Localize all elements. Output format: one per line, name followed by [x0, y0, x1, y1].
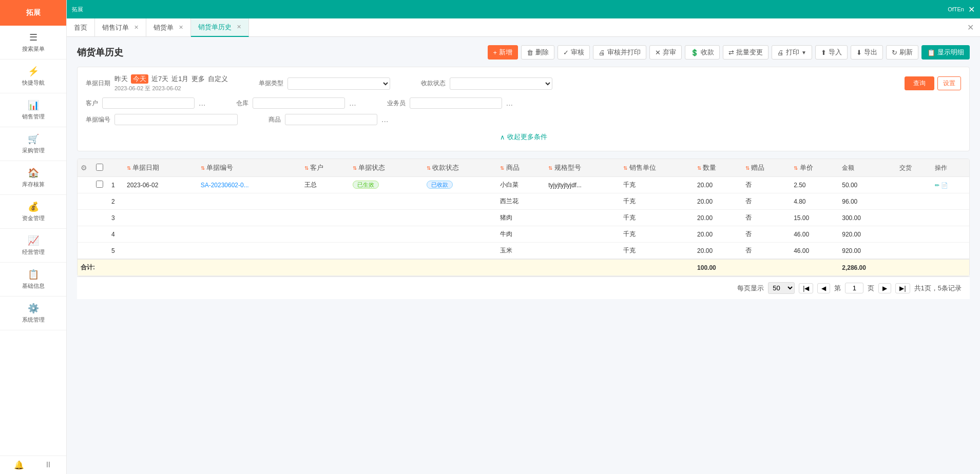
import-button[interactable]: ⬆ 导入 [815, 45, 848, 60]
row-actions[interactable] [932, 243, 969, 260]
finance-icon: 💰 [28, 201, 39, 212]
filter-customer-input[interactable] [102, 97, 195, 109]
per-page-select[interactable]: 50 100 200 [768, 282, 795, 294]
tab-sales-order-close[interactable]: ✕ [134, 24, 139, 31]
top-header-label: 拓展 [72, 6, 83, 13]
shortcut-today[interactable]: 今天 [131, 74, 148, 84]
export-button[interactable]: ⬇ 导出 [851, 45, 883, 60]
tab-home[interactable]: 首页 [67, 18, 95, 37]
filter-product-dots[interactable]: ... [381, 115, 388, 124]
row-checkbox[interactable] [93, 193, 108, 210]
select-all-checkbox[interactable] [96, 164, 103, 171]
row-docstatus [350, 243, 424, 260]
add-button[interactable]: + 新增 [488, 45, 518, 60]
sidebar-item-quick-nav[interactable]: ⚡ 快捷导航 [0, 60, 66, 93]
sidebar-footer-icon2[interactable]: ⏸ [44, 460, 52, 470]
filter-collapse[interactable]: ∧ 收起更多条件 [86, 130, 961, 144]
tab-bar-close-all[interactable]: ✕ [961, 23, 980, 32]
filter-collect-status-select[interactable] [450, 77, 552, 90]
export-icon: ⬇ [856, 49, 862, 56]
abandon-button[interactable]: ✕ 弃审 [649, 45, 682, 60]
filter-product-input[interactable] [285, 114, 377, 125]
tab-delivery[interactable]: 销货单 ✕ [146, 18, 191, 37]
first-page-button[interactable]: |◀ [799, 283, 813, 293]
tab-delivery-history-label: 销货单历史 [198, 23, 232, 32]
tab-delivery-close[interactable]: ✕ [179, 24, 183, 31]
filter-salesperson-dots[interactable]: ... [506, 98, 513, 108]
sidebar-item-finance[interactable]: 💰 资金管理 [0, 195, 66, 229]
col-customer: ⇅ 客户 [301, 159, 350, 177]
collect-button[interactable]: 💲 收款 [685, 45, 720, 60]
page-label-before: 第 [834, 284, 841, 293]
sidebar-item-label: 搜索菜单 [22, 45, 45, 53]
row-checkbox[interactable] [93, 243, 108, 260]
batch-change-button[interactable]: ⇄ 批量变更 [723, 45, 768, 60]
row-checkbox[interactable] [93, 177, 108, 193]
tab-delivery-history-close[interactable]: ✕ [237, 24, 241, 30]
sidebar-item-sales-mgmt[interactable]: 📊 销售管理 [0, 93, 66, 127]
sidebar-item-purchase-mgmt[interactable]: 🛒 采购管理 [0, 127, 66, 161]
delete-button[interactable]: 🗑 删除 [521, 45, 554, 60]
row-trade [896, 193, 932, 210]
row-customer [301, 193, 350, 210]
row-actions[interactable] [932, 210, 969, 226]
filter-warehouse-input[interactable] [253, 97, 345, 109]
row-actions[interactable] [932, 226, 969, 243]
refresh-button[interactable]: ↻ 刷新 [886, 45, 918, 60]
purchase-mgmt-icon: 🛒 [28, 133, 39, 145]
row-quantity: 20.00 [694, 243, 742, 260]
shortcut-yesterday[interactable]: 昨天 [114, 74, 128, 84]
abandon-icon: ✕ [655, 49, 661, 56]
sidebar-item-search-menu[interactable]: ☰ 搜索菜单 [0, 26, 66, 60]
row-docno[interactable] [198, 243, 301, 260]
print-chevron-icon: ▼ [801, 50, 806, 55]
top-close-icon[interactable]: ✕ [968, 5, 975, 14]
row-checkbox[interactable] [93, 210, 108, 226]
filter-docno-input[interactable] [114, 114, 238, 125]
row-salesunit: 千克 [620, 243, 694, 260]
row-actions[interactable] [932, 193, 969, 210]
filter-salesperson-input[interactable] [410, 97, 502, 109]
row-checkbox[interactable] [93, 226, 108, 243]
tab-delivery-history[interactable]: 销货单历史 ✕ [191, 18, 249, 37]
print-button[interactable]: 🖨 打印 ▼ [772, 45, 812, 60]
shortcut-custom[interactable]: 自定义 [208, 74, 228, 84]
shortcut-7days[interactable]: 近7天 [151, 74, 168, 84]
row-actions[interactable]: ✏ 📄 [932, 177, 969, 193]
query-button[interactable]: 查询 [905, 76, 934, 90]
row-docno[interactable] [198, 210, 301, 226]
filter-warehouse-dots[interactable]: ... [349, 98, 356, 108]
search-menu-icon: ☰ [29, 32, 37, 43]
next-page-button[interactable]: ▶ [878, 283, 891, 293]
row-docno[interactable]: SA-20230602-0... [198, 177, 301, 193]
filter-doc-type-select[interactable] [287, 77, 390, 90]
last-page-button[interactable]: ▶| [895, 283, 910, 293]
batch-change-label: 批量变更 [736, 48, 763, 57]
sidebar-item-system-mgmt[interactable]: ⚙️ 系统管理 [0, 297, 66, 330]
row-docno[interactable] [198, 226, 301, 243]
settings-button[interactable]: 设置 [937, 76, 961, 90]
sidebar-footer: 🔔 ⏸ [0, 456, 66, 474]
shortcut-1month[interactable]: 近1月 [171, 74, 188, 84]
filter-panel: 单据日期 昨天 今天 近7天 近1月 更多 自定义 2023-06-02 至 2… [77, 67, 970, 151]
sidebar-footer-icon1[interactable]: 🔔 [14, 460, 24, 470]
shortcut-more[interactable]: 更多 [191, 74, 205, 84]
filter-customer-dots[interactable]: ... [199, 98, 205, 108]
audit-print-button[interactable]: 🖨 审核并打印 [593, 45, 646, 60]
sidebar-item-basic-info[interactable]: 📋 基础信息 [0, 263, 66, 297]
row-trade [896, 226, 932, 243]
tab-sales-order[interactable]: 销售订单 ✕ [95, 18, 146, 37]
page-number-input[interactable] [845, 283, 863, 293]
action-编辑[interactable]: ✏ [935, 182, 939, 188]
action-详情[interactable]: 📄 [941, 182, 948, 188]
audit-button[interactable]: ✓ 审核 [558, 45, 590, 60]
table-settings-icon[interactable]: ⚙ [81, 164, 87, 172]
row-index: 2 [108, 193, 124, 210]
row-docno[interactable] [198, 193, 301, 210]
sidebar-item-operations[interactable]: 📈 经营管理 [0, 229, 66, 263]
sidebar-item-inventory[interactable]: 🏠 库存核算 [0, 161, 66, 195]
sales-mgmt-icon: 📊 [28, 100, 39, 111]
collapse-chevron-icon: ∧ [500, 133, 505, 141]
prev-page-button[interactable]: ◀ [817, 283, 830, 293]
show-detail-button[interactable]: 📋 显示明细 [921, 45, 970, 60]
